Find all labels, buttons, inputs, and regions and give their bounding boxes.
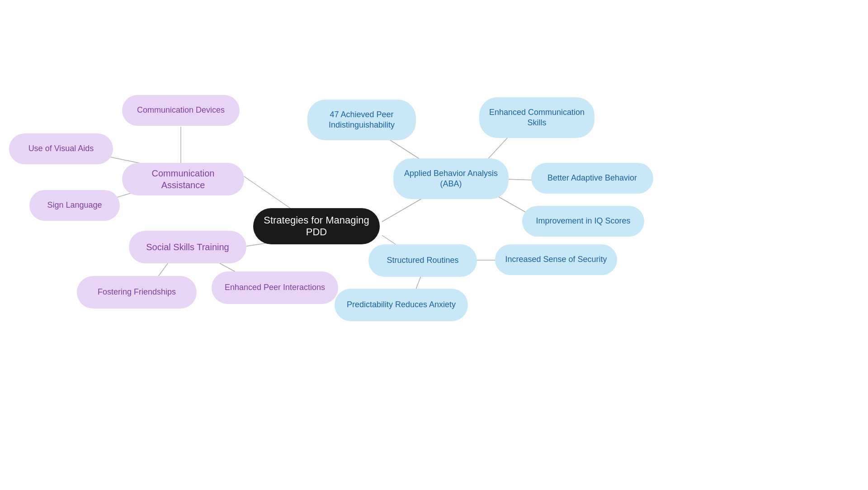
better-adaptive-behavior-label: Better Adaptive Behavior [538,167,646,189]
social-skills-training-label: Social Skills Training [136,235,239,259]
predictability-reduces-anxiety-label: Predictability Reduces Anxiety [338,294,465,315]
use-of-visual-aids-node: Use of Visual Aids [9,133,113,164]
fostering-friendships-node: Fostering Friendships [77,276,197,309]
improvement-iq-label: Improvement in IQ Scores [527,210,639,232]
achieved-peer-label: 47 Achieved Peer Indistinguishability [307,104,416,136]
communication-devices-node: Communication Devices [122,95,240,126]
communication-assistance-label: Communication Assistance [122,161,244,197]
increased-sense-of-security-label: Increased Sense of Security [496,249,616,270]
predictability-reduces-anxiety-node: Predictability Reduces Anxiety [335,289,468,321]
aba-label: Applied Behavior Analysis (ABA) [393,163,509,195]
sign-language-label: Sign Language [38,195,111,216]
social-skills-training-node: Social Skills Training [129,231,246,263]
center-node: Strategies for Managing PDD [253,208,380,244]
increased-sense-of-security-node: Increased Sense of Security [495,244,617,275]
fostering-friendships-label: Fostering Friendships [89,281,185,303]
communication-assistance-node: Communication Assistance [122,163,244,195]
enhanced-peer-interactions-label: Enhanced Peer Interactions [216,277,334,298]
communication-devices-label: Communication Devices [128,100,234,121]
achieved-peer-node: 47 Achieved Peer Indistinguishability [307,100,416,140]
structured-routines-label: Structured Routines [377,250,467,271]
center-label: Strategies for Managing PDD [253,214,380,238]
enhanced-peer-interactions-node: Enhanced Peer Interactions [212,271,338,304]
structured-routines-node: Structured Routines [368,244,477,277]
use-of-visual-aids-label: Use of Visual Aids [19,138,103,159]
sign-language-node: Sign Language [29,190,120,221]
enhanced-communication-skills-label: Enhanced Communication Skills [479,102,594,134]
enhanced-communication-skills-node: Enhanced Communication Skills [479,97,594,138]
better-adaptive-behavior-node: Better Adaptive Behavior [531,163,653,194]
aba-node: Applied Behavior Analysis (ABA) [393,158,509,199]
improvement-iq-node: Improvement in IQ Scores [522,206,644,237]
